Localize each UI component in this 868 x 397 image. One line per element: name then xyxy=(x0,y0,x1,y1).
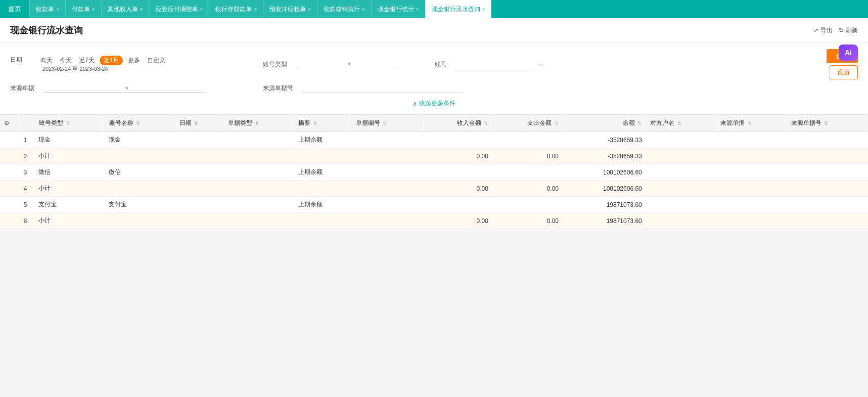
settings-button[interactable]: 设置 xyxy=(830,65,858,79)
nav-tab-shoukuan-hexiao[interactable]: 收款核销执行 × xyxy=(317,0,371,18)
row-account-name: 微信 xyxy=(105,164,175,181)
sort-icon[interactable]: ⇅ xyxy=(383,121,387,126)
account-input[interactable] xyxy=(453,60,534,69)
row-counterpart xyxy=(646,132,716,148)
account-dots-button[interactable]: ··· xyxy=(538,60,544,68)
date-opt-7days[interactable]: 近7天 xyxy=(77,56,97,65)
sort-icon[interactable]: ⇅ xyxy=(637,121,642,126)
page-title: 现金银行流水查询 xyxy=(10,24,83,36)
col-date: 日期 ⇅ xyxy=(175,115,224,132)
close-icon[interactable]: × xyxy=(200,7,203,12)
sort-icon[interactable]: ⇅ xyxy=(748,121,752,126)
chevron-down-icon: ▼ xyxy=(347,61,395,67)
nav-home[interactable]: 首页 xyxy=(0,0,29,18)
sort-icon[interactable]: ⇅ xyxy=(484,121,488,126)
gear-icon[interactable]: ⚙ xyxy=(4,120,10,127)
sort-icon[interactable]: ⇅ xyxy=(66,121,70,126)
row-summary: 上期余额 xyxy=(294,164,352,181)
header-actions: ↗ 导出 ↻ 刷新 xyxy=(813,26,858,35)
nav-tab-qita[interactable]: 其他收入单 × xyxy=(101,0,149,18)
row-source-doc-no xyxy=(787,181,867,197)
close-icon[interactable]: × xyxy=(56,7,59,12)
table-row: 3 微信 微信 上期余额 100102606.60 xyxy=(0,164,868,181)
nav-tab-yingshou[interactable]: 应收应付调整单 × xyxy=(149,0,209,18)
table-row: 5 支付宝 支付宝 上期余额 19871073.60 xyxy=(0,197,868,213)
row-account-type: 现金 xyxy=(34,132,105,148)
close-icon[interactable]: × xyxy=(92,7,95,12)
sort-icon[interactable]: ⇅ xyxy=(255,121,259,126)
sort-icon[interactable]: ⇅ xyxy=(824,121,828,126)
row-expense: 0.00 xyxy=(492,181,563,197)
row-date xyxy=(175,181,224,197)
date-opt-more[interactable]: 更多 xyxy=(126,56,142,65)
nav-tab-shoukuan[interactable]: 收款单 × xyxy=(29,0,65,18)
data-table: ⚙ 账号类型 ⇅ 账号名称 ⇅ 日期 ⇅ 单据类型 ⇅ xyxy=(0,114,868,229)
col-doc-no: 单据编号 ⇅ xyxy=(352,115,422,132)
sort-icon[interactable]: ⇅ xyxy=(555,121,559,126)
row-account-name: 现金 xyxy=(105,132,175,148)
table-row: 4 小计 0.00 0.00 100102606.60 xyxy=(0,181,868,197)
filter-area: 日期 昨天 今天 近7天 近1月 更多 自定义 2023-02-24 至 202… xyxy=(0,43,868,114)
table-wrap: ⚙ 账号类型 ⇅ 账号名称 ⇅ 日期 ⇅ 单据类型 ⇅ xyxy=(0,114,868,229)
row-source-doc xyxy=(716,164,787,181)
row-summary: 上期余额 xyxy=(294,132,352,148)
source-doc-label: 来源单据 xyxy=(10,84,40,93)
row-source-doc xyxy=(716,213,787,229)
close-icon[interactable]: × xyxy=(308,7,311,12)
sort-icon[interactable]: ⇅ xyxy=(136,121,140,126)
nav-tab-liushui[interactable]: 现金银行流水查询 × xyxy=(425,0,491,18)
row-counterpart xyxy=(646,164,716,181)
refresh-button[interactable]: ↻ 刷新 xyxy=(839,26,858,35)
row-account-name xyxy=(105,213,175,229)
nav-tab-yushou[interactable]: 预收冲应收单 × xyxy=(263,0,317,18)
row-account-type: 小计 xyxy=(34,148,105,164)
row-account-type: 微信 xyxy=(34,164,105,181)
row-balance: 100102606.60 xyxy=(563,181,646,197)
date-opt-yesterday[interactable]: 昨天 xyxy=(38,56,55,65)
source-doc-num-input[interactable] xyxy=(301,83,463,93)
row-balance: -3528659.33 xyxy=(563,148,646,164)
close-icon[interactable]: × xyxy=(254,7,257,12)
collapse-bar[interactable]: ∧ 收起更多条件 xyxy=(10,97,858,110)
row-account-name xyxy=(105,181,175,197)
source-doc-select[interactable]: ▼ xyxy=(43,84,205,93)
nav-tab-fukuan[interactable]: 付款单 × xyxy=(65,0,101,18)
row-balance: 19871073.60 xyxy=(563,197,646,213)
row-date xyxy=(175,148,224,164)
row-balance: 19871073.60 xyxy=(563,213,646,229)
sort-icon[interactable]: ⇅ xyxy=(194,121,198,126)
row-doc-no xyxy=(352,213,422,229)
row-source-doc-no xyxy=(787,213,867,229)
nav-tab-yinhang[interactable]: 银行存取款单 × xyxy=(209,0,263,18)
refresh-icon: ↻ xyxy=(839,27,844,34)
date-opt-1month[interactable]: 近1月 xyxy=(100,56,123,65)
date-options: 昨天 今天 近7天 近1月 更多 自定义 xyxy=(38,56,167,65)
close-icon[interactable]: × xyxy=(140,7,143,12)
top-navigation: 首页 收款单 × 付款单 × 其他收入单 × 应收应付调整单 × 银行存取款单 … xyxy=(0,0,868,18)
ai-assistant-button[interactable]: Ai xyxy=(839,45,858,61)
row-income: 0.00 xyxy=(422,148,492,164)
row-summary xyxy=(294,181,352,197)
sort-icon[interactable]: ⇅ xyxy=(313,121,317,126)
account-type-select[interactable]: ▼ xyxy=(296,60,397,68)
export-button[interactable]: ↗ 导出 xyxy=(813,26,833,35)
date-opt-custom[interactable]: 自定义 xyxy=(145,56,167,65)
close-icon[interactable]: × xyxy=(416,7,419,12)
row-account-type: 小计 xyxy=(34,181,105,197)
close-icon[interactable]: × xyxy=(482,7,485,12)
row-balance: -3528659.33 xyxy=(563,132,646,148)
row-num-cell: 2 xyxy=(16,148,34,164)
nav-tab-xianjin-tongji[interactable]: 现金银行统计 × xyxy=(371,0,425,18)
chevron-up-icon: ∧ xyxy=(413,100,417,107)
table-row: 2 小计 0.00 0.00 -3528659.33 xyxy=(0,148,868,164)
row-income: 0.00 xyxy=(422,181,492,197)
close-icon[interactable]: × xyxy=(362,7,365,12)
filter-row-date: 日期 昨天 今天 近7天 近1月 更多 自定义 2023-02-24 至 202… xyxy=(10,49,858,79)
date-opt-today[interactable]: 今天 xyxy=(58,56,74,65)
col-balance: 余额 ⇅ xyxy=(563,115,646,132)
row-source-doc-no xyxy=(787,197,867,213)
row-gear-cell xyxy=(0,213,16,229)
row-source-doc-no xyxy=(787,132,867,148)
sort-icon[interactable]: ⇅ xyxy=(677,121,681,126)
row-date xyxy=(175,197,224,213)
